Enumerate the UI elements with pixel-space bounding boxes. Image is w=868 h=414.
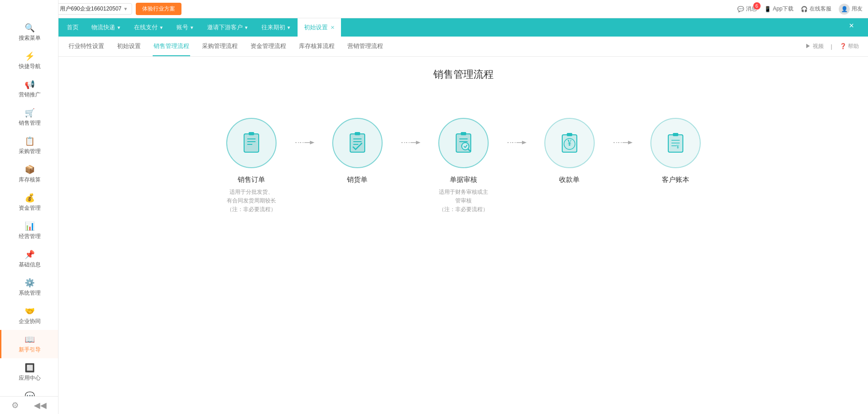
svg-marker-29: [522, 141, 527, 144]
user-label: 用户690企业1660120507: [60, 5, 122, 13]
step-name: 销售订单: [238, 175, 265, 184]
sidebar-item-label: 基础信息: [19, 261, 41, 269]
svg-rect-9: [350, 134, 365, 152]
sub-tabs-actions: ▶ 视频 | ❓ 帮助: [805, 42, 859, 50]
money-icon: 💰: [25, 193, 35, 203]
sub-tab-finance-flow[interactable]: 资金管理流程: [250, 37, 287, 56]
sidebar-item-search[interactable]: 🔍 搜索菜单: [0, 18, 58, 47]
nav-tab-label: 首页: [67, 23, 79, 32]
message-icon: 💬: [737, 6, 744, 12]
svg-marker-37: [628, 141, 633, 144]
chart-icon: 📊: [25, 221, 35, 231]
sidebar-item-enterprise-collab[interactable]: 🤝 企业协同: [0, 302, 58, 330]
nav-tab-label: 往来期初: [261, 23, 285, 32]
flow-step-audit: 单据审核 适用于财务审核或主管审核（注：非必要流程）: [422, 118, 505, 214]
nav-tab-label: 物流快递: [91, 23, 115, 32]
sub-tabs: 行业特性设置 初始设置 销售管理流程 采购管理流程 资金管理流程 库存核算流程 …: [59, 37, 868, 57]
svg-rect-38: [668, 135, 683, 152]
sidebar-item-finance[interactable]: 💰 资金管理: [0, 188, 58, 217]
sidebar-footer: ⚙ ◀◀: [0, 396, 58, 414]
trial-button[interactable]: 体验行业方案: [136, 3, 181, 15]
close-window-button[interactable]: ✕: [849, 22, 854, 29]
flow-circle-audit: [438, 118, 489, 168]
svg-rect-13: [355, 132, 360, 135]
wechat-icon: 💬: [25, 391, 35, 396]
chevron-down-icon: ▼: [159, 25, 164, 30]
sidebar-item-label: 库存核算: [19, 176, 41, 184]
flow-arrow-4: [611, 138, 634, 147]
sidebar-item-label: 采购管理: [19, 148, 41, 155]
flow-arrow-3: [505, 138, 528, 147]
step-name: 销货单: [347, 175, 367, 184]
chevron-down-icon: ▼: [117, 25, 121, 30]
svg-point-21: [462, 143, 469, 150]
sidebar-item-quick[interactable]: ⚡ 快捷导航: [0, 47, 58, 75]
app-download-item[interactable]: 📱 App下载: [764, 5, 793, 13]
sidebar-item-label: 营销推广: [19, 91, 41, 99]
nav-tab-logistics[interactable]: 物流快递 ▼: [85, 18, 128, 37]
flow-circle-receipt: ¥: [544, 118, 595, 168]
chevron-down-icon: ▼: [123, 6, 128, 11]
nav-tab-account[interactable]: 账号 ▼: [170, 18, 201, 37]
sidebar-item-guide[interactable]: 📖 新手引导: [0, 330, 58, 358]
user-selector[interactable]: 用户690企业1660120507 ▼: [56, 3, 132, 15]
top-bar: 好 畅捷通好生意 标准版 用户690企业1660120507 ▼ 体验行业方案 …: [0, 0, 868, 18]
nav-tab-payment[interactable]: 在线支付 ▼: [128, 18, 170, 37]
sub-tab-initial[interactable]: 初始设置: [116, 37, 142, 56]
sidebar-item-label: 企业协同: [19, 318, 41, 325]
sidebar-item-inventory[interactable]: 📦 库存核算: [0, 160, 58, 188]
sidebar-item-system[interactable]: ⚙️ 系统管理: [0, 273, 58, 302]
lightning-icon: ⚡: [25, 51, 35, 61]
svg-text:¥: ¥: [567, 138, 571, 148]
sidebar-item-purchase[interactable]: 📋 采购管理: [0, 132, 58, 160]
sidebar-item-label: 销售管理: [19, 119, 41, 127]
main-content: 行业特性设置 初始设置 销售管理流程 采购管理流程 资金管理流程 库存核算流程 …: [59, 37, 868, 414]
sidebar-menu: 🔍 搜索菜单 ⚡ 快捷导航 📢 营销推广 🛒 销售管理 📋 采购管理 📦 库存核…: [0, 18, 58, 396]
sub-tab-inventory-flow[interactable]: 库存核算流程: [298, 37, 335, 56]
svg-rect-43: [673, 133, 678, 136]
svg-rect-0: [244, 134, 259, 152]
step-name: 收款单: [559, 175, 580, 184]
online-service-item[interactable]: 🎧 在线客服: [801, 5, 831, 13]
chevron-down-icon: ▼: [244, 25, 249, 30]
sidebar-item-label: 新手引导: [19, 346, 41, 354]
sidebar-item-label: 搜索菜单: [19, 34, 41, 42]
flow-diagram: 销售订单 适用于分批发货、有合同发货周期较长（注：非必要流程）: [77, 109, 850, 223]
app-icon: 📱: [764, 6, 771, 12]
sub-tab-marketing-flow[interactable]: 营销管理流程: [346, 37, 384, 56]
sidebar-item-operations[interactable]: 📊 经营管理: [0, 217, 58, 245]
flow-circle-sales-order: [226, 118, 277, 168]
page-title: 销售管理流程: [77, 68, 850, 81]
message-menu-item[interactable]: 💬 消息 6: [737, 5, 757, 13]
flow-arrow-1: [293, 138, 316, 147]
close-tab-icon[interactable]: ✕: [330, 25, 335, 31]
nav-tab-home[interactable]: 首页: [60, 18, 85, 37]
collapse-sidebar-button[interactable]: ◀◀: [34, 400, 47, 410]
page-body: 销售管理流程 销售订单 适用于分批发货、有合同发货周期较长（注：非必要流程）: [59, 57, 868, 234]
box-icon: 📦: [25, 165, 35, 175]
handshake-icon: 🤝: [25, 306, 35, 316]
settings-footer-button[interactable]: ⚙: [11, 400, 19, 410]
nav-tab-period-init[interactable]: 往来期初 ▼: [255, 18, 298, 37]
sidebar-item-label: 资金管理: [19, 204, 41, 212]
user-menu-item[interactable]: 👤 用友: [839, 4, 863, 15]
flow-circle-ledger: ¥: [650, 118, 701, 168]
sidebar-item-label: 经营管理: [19, 233, 41, 240]
sub-tab-industry[interactable]: 行业特性设置: [68, 37, 105, 56]
nav-tab-invite[interactable]: 邀请下游客户 ▼: [201, 18, 255, 37]
chevron-down-icon: ▼: [190, 25, 194, 30]
sidebar-item-basic[interactable]: 📌 基础信息: [0, 245, 58, 273]
sub-tab-sales-flow[interactable]: 销售管理流程: [153, 37, 190, 56]
svg-marker-17: [416, 141, 421, 144]
sidebar-item-sales[interactable]: 🛒 销售管理: [0, 103, 58, 132]
sub-tab-purchase-flow[interactable]: 采购管理流程: [201, 37, 239, 56]
video-link[interactable]: ▶ 视频: [805, 42, 823, 50]
sidebar-item-wechat[interactable]: 💬 企业微信: [0, 387, 58, 396]
pin-icon: 📌: [25, 249, 35, 260]
help-link[interactable]: ❓ 帮助: [840, 42, 859, 50]
nav-tab-initial-setup[interactable]: 初始设置 ✕: [298, 18, 341, 37]
help-icon: ❓: [840, 43, 847, 49]
flow-arrow-2: [399, 138, 422, 147]
sidebar-item-app-center[interactable]: 🔲 应用中心: [0, 358, 58, 387]
sidebar-item-marketing[interactable]: 📢 营销推广: [0, 75, 58, 103]
